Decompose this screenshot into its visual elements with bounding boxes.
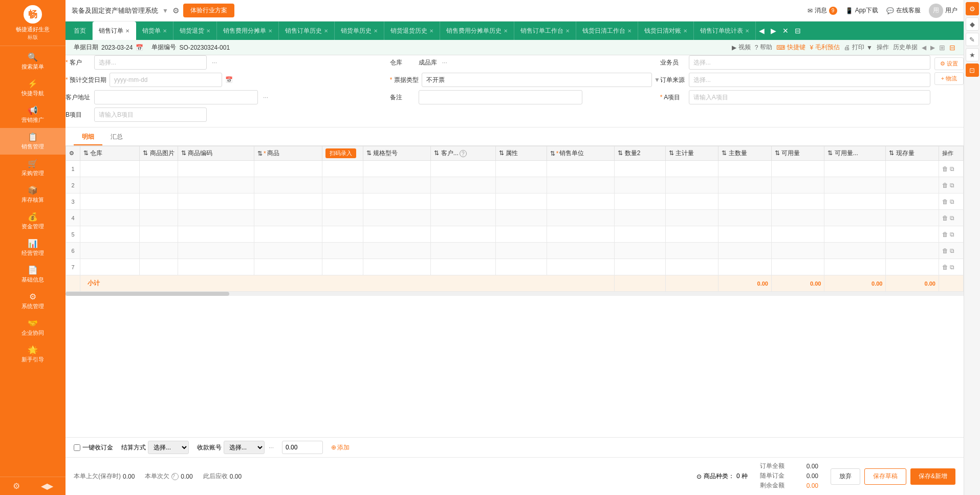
toolbar-prev-icon[interactable]: ◀ (922, 44, 926, 51)
toolbar-next-icon[interactable]: ▶ (930, 44, 935, 51)
sidebar-item-basic-info[interactable]: 📄 基础信息 (0, 261, 66, 288)
message-btn[interactable]: ✉ 消息 9 (808, 6, 837, 15)
row-7-stock[interactable] (886, 259, 939, 275)
row-2-warehouse[interactable] (80, 177, 140, 193)
online-service-btn[interactable]: 💬 在线客服 (886, 6, 921, 15)
copy-icon-7[interactable]: ⧉ (950, 264, 954, 271)
app-download-btn[interactable]: 📱 App下载 (845, 6, 878, 15)
tab-sales-history[interactable]: 销售订单历史 ✕ (279, 21, 335, 40)
tab-cash-reconcile[interactable]: 钱货日清对账 ✕ (638, 21, 694, 40)
sidebar-item-finance[interactable]: 💰 资金管理 (0, 208, 66, 234)
row-6-attr[interactable] (496, 243, 547, 259)
row-3-stock[interactable] (886, 193, 939, 210)
row-6-munit[interactable] (666, 243, 718, 259)
customer-info-icon[interactable]: ? (460, 150, 467, 157)
row-2-unit[interactable] (547, 177, 615, 193)
row-6-stock[interactable] (886, 243, 939, 259)
delete-icon-4[interactable]: 🗑 (942, 214, 948, 222)
copy-icon-1[interactable]: ⧉ (950, 165, 954, 173)
row-6-mqty[interactable] (718, 243, 771, 259)
row-1-warehouse[interactable] (80, 161, 140, 177)
row-6-qty2[interactable] (615, 243, 666, 259)
invoice-dropdown-icon[interactable]: ▼ (654, 76, 660, 83)
delivery-date-input[interactable] (110, 73, 222, 87)
sidebar-item-search[interactable]: 🔍 搜索菜单 (0, 48, 66, 75)
staff-input[interactable] (689, 55, 930, 70)
row-6-spec[interactable] (363, 243, 431, 259)
add-btn[interactable]: + 物流 (934, 72, 964, 85)
row-3-cref[interactable] (431, 193, 496, 210)
sidebar-collapse-btn[interactable]: ◀▶ (41, 481, 53, 491)
row-5-code[interactable] (178, 226, 254, 243)
row-6-goods[interactable] (254, 243, 322, 259)
copy-icon-2[interactable]: ⧉ (950, 182, 954, 189)
row-4-stock[interactable] (886, 210, 939, 226)
row-4-goods[interactable] (254, 210, 322, 226)
row-5-attr[interactable] (496, 226, 547, 243)
row-2-goods[interactable] (254, 177, 322, 193)
tab-close-icon7[interactable]: ✕ (429, 28, 433, 34)
right-icon-star[interactable]: ★ (966, 48, 979, 61)
th-stock[interactable]: ⇅ 现存量 (886, 146, 939, 161)
address-input[interactable] (94, 90, 258, 104)
tab-sales-slip-history[interactable]: 销货单历史 ✕ (335, 21, 384, 40)
row-7-avail[interactable] (771, 259, 824, 275)
save-new-btn[interactable]: 保存&新增 (910, 468, 955, 485)
order-source-input[interactable] (689, 73, 930, 87)
row-3-warehouse[interactable] (80, 193, 140, 210)
tab-close-icon2[interactable]: ✕ (163, 28, 167, 34)
ops-btn[interactable]: 操作 (877, 43, 889, 52)
tab-sales-return[interactable]: 销货退货 ✕ (173, 21, 217, 40)
row-4-spec[interactable] (363, 210, 431, 226)
th-avail[interactable]: ⇅ 可用量 (771, 146, 824, 161)
row-1-img[interactable] (140, 161, 178, 177)
tab-home[interactable]: 首页 (68, 21, 93, 40)
sidebar-settings-btn[interactable]: ⚙ (13, 481, 20, 491)
tab-close-icon8[interactable]: ✕ (504, 28, 508, 34)
amount-input[interactable] (282, 441, 323, 454)
row-5-img[interactable] (140, 226, 178, 243)
account-select[interactable]: 选择... (224, 441, 265, 454)
delete-icon-1[interactable]: 🗑 (942, 165, 948, 173)
tab-split-history[interactable]: 销售费用分摊单历史 ✕ (440, 21, 514, 40)
delete-icon-5[interactable]: 🗑 (942, 231, 948, 238)
video-btn[interactable]: ▶ 视频 (732, 43, 751, 52)
row-5-avail[interactable] (771, 226, 824, 243)
delete-icon-3[interactable]: 🗑 (942, 198, 948, 205)
tab-sales-split[interactable]: 销售费用分摊单 ✕ (217, 21, 279, 40)
tab-close-icon4[interactable]: ✕ (268, 28, 272, 34)
b-project-input[interactable] (94, 107, 207, 122)
row-7-warehouse[interactable] (80, 259, 140, 275)
tab-order-workbench[interactable]: 销售订单工作台 ✕ (514, 21, 576, 40)
row-2-mqty[interactable] (718, 177, 771, 193)
row-4-avail[interactable] (771, 210, 824, 226)
row-4-warehouse[interactable] (80, 210, 140, 226)
th-code[interactable]: ⇅ 商品编码 (178, 146, 254, 161)
th-avail2[interactable]: ⇅ 可用量... (824, 146, 886, 161)
tab-close-all-btn[interactable]: ✕ (779, 27, 792, 35)
row-3-spec[interactable] (363, 193, 431, 210)
row-3-munit[interactable] (666, 193, 718, 210)
save-draft-btn[interactable]: 保存草稿 (864, 468, 906, 485)
copy-icon-4[interactable]: ⧉ (950, 214, 954, 222)
history-btn[interactable]: 历史单据 (893, 43, 918, 52)
row-5-warehouse[interactable] (80, 226, 140, 243)
one-click-check[interactable] (74, 444, 80, 451)
row-7-code[interactable] (178, 259, 254, 275)
row-4-cref[interactable] (431, 210, 496, 226)
right-icon-settings[interactable]: ⚙ (966, 2, 979, 15)
row-7-cref[interactable] (431, 259, 496, 275)
subtab-summary[interactable]: 汇总 (102, 130, 131, 145)
customer-ellipsis[interactable]: ··· (212, 59, 217, 66)
row-4-avail2[interactable] (824, 210, 886, 226)
settings-gear-icon[interactable]: ⚙ (172, 6, 179, 15)
account-ellipsis[interactable]: ··· (269, 444, 274, 451)
th-attr[interactable]: ⇅ 属性 (496, 146, 547, 161)
row-4-img[interactable] (140, 210, 178, 226)
row-7-img[interactable] (140, 259, 178, 275)
warehouse-ellipsis[interactable]: ··· (442, 59, 447, 66)
copy-icon-6[interactable]: ⧉ (950, 247, 954, 254)
row-1-unit[interactable] (547, 161, 615, 177)
toolbar-grid-icon[interactable]: ⊞ (939, 44, 945, 52)
th-qty2[interactable]: ⇅ 数量2 (615, 146, 666, 161)
